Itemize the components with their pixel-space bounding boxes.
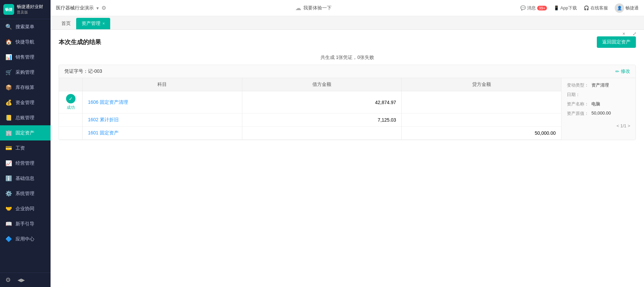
sidebar-item-ledger[interactable]: 📒 总账管理 xyxy=(0,110,51,125)
card-icon: 💳 xyxy=(5,145,12,151)
search-icon: 🔍 xyxy=(5,24,12,30)
sidebar-item-inventory[interactable]: 📦 库存核算 xyxy=(0,80,51,95)
sidebar-item-search[interactable]: 🔍 搜索菜单 xyxy=(0,19,51,34)
table-cell-credit-2 xyxy=(402,114,561,127)
sidebar-item-system[interactable]: ⚙️ 系统管理 xyxy=(0,186,51,201)
sidebar-nav: 🔍 搜索菜单 🏠 快捷导航 📊 销售管理 🛒 采购管理 📦 库存核算 💰 资金管… xyxy=(0,19,51,273)
pagination-prev[interactable]: < xyxy=(617,123,619,128)
voucher-number: 凭证字号：记-003 xyxy=(64,68,102,74)
success-indicator: ✓ 成功 xyxy=(59,91,83,114)
trial-text[interactable]: 我要体验一下 xyxy=(303,5,332,11)
panel-original-value: 资产原值： 50,000.00 xyxy=(567,110,630,117)
sidebar-item-app-center[interactable]: 🔷 应用中心 xyxy=(0,231,51,247)
table-cell-credit-1 xyxy=(402,91,561,114)
tab-asset-mgmt[interactable]: 资产管理 × xyxy=(76,18,110,29)
message-icon: 💬 xyxy=(520,5,526,10)
sidebar-item-purchase[interactable]: 🛒 采购管理 xyxy=(0,65,51,80)
tab-close-icon[interactable]: × xyxy=(102,21,105,26)
panel-pagination: < 1/1 > xyxy=(567,123,630,128)
page-header: 本次生成的结果 返回固定资产 xyxy=(59,36,636,48)
voucher-body: 科目 借方金额 贷方金额 ✓ 成功 1606 固定资产清理 42,874.97 xyxy=(59,78,636,140)
panel-asset-name: 资产名称： 电脑 xyxy=(567,101,630,107)
app-download-icon: 📱 xyxy=(554,5,559,10)
table-cell-debit-2: 7,125.03 xyxy=(242,114,402,127)
box-icon: 📦 xyxy=(5,84,12,91)
table-cell-debit-3 xyxy=(242,127,402,140)
chart-icon: 📊 xyxy=(5,54,12,60)
table-cell-credit-3: 50,000.00 xyxy=(402,127,561,140)
table-cell-account-1: 1606 固定资产清理 xyxy=(83,91,242,114)
main-area: 医疗器械行业演示 ▾ ⚙ ☁ 我要体验一下 💬 消息 99+ 📱 App下载 🎧… xyxy=(51,0,644,287)
sidebar-item-fixed-assets[interactable]: 🏢 固定资产 xyxy=(0,125,51,140)
logo-subtitle: 普及版 xyxy=(17,10,43,15)
voucher-card: 凭证字号：记-003 ✏ 修改 科目 借方金额 贷方金额 xyxy=(59,65,636,140)
table-header-credit: 贷方金额 xyxy=(402,78,561,91)
expand-button[interactable]: ⤢ xyxy=(631,30,639,38)
guide-icon: 📖 xyxy=(5,221,12,227)
sidebar-bottom: ⚙ ◀▶ xyxy=(0,273,51,287)
content-area: × ⤢ 本次生成的结果 返回固定资产 共生成 1张凭证，0张失败 凭证字号：记-… xyxy=(51,30,644,287)
user-button[interactable]: 👤 畅捷通 xyxy=(615,3,639,13)
book-icon: 📒 xyxy=(5,115,12,121)
table-header-subject: 科目 xyxy=(83,78,242,91)
sidebar-item-basic-info[interactable]: ℹ️ 基础信息 xyxy=(0,171,51,186)
table-row: 1601 固定资产 50,000.00 xyxy=(59,127,561,140)
change-type-label: 变动类型： xyxy=(567,82,589,88)
sidebar-item-quick-nav[interactable]: 🏠 快捷导航 xyxy=(0,34,51,50)
panel-date: 日期： xyxy=(567,92,630,98)
close-button[interactable]: × xyxy=(620,30,628,38)
trend-icon: 📈 xyxy=(5,160,12,166)
message-button[interactable]: 💬 消息 99+ xyxy=(520,5,547,11)
asset-name-value: 电脑 xyxy=(591,101,600,107)
success-circle: ✓ xyxy=(66,94,75,103)
table-cell-account-2: 1602 累计折旧 xyxy=(83,114,242,127)
voucher-header: 凭证字号：记-003 ✏ 修改 xyxy=(59,65,636,78)
table-header-debit: 借方金额 xyxy=(242,78,402,91)
asset-name-label: 资产名称： xyxy=(567,101,589,107)
online-service-button[interactable]: 🎧 在线客服 xyxy=(584,5,608,11)
username: 畅捷通 xyxy=(625,5,639,11)
change-type-value: 资产清理 xyxy=(591,82,609,88)
sidebar-item-guide[interactable]: 📖 新手引导 xyxy=(0,216,51,231)
summary-bar: 共生成 1张凭证，0张失败 xyxy=(59,55,636,61)
sidebar-item-sales[interactable]: 📊 销售管理 xyxy=(0,50,51,65)
topbar-center: ☁ 我要体验一下 xyxy=(295,4,332,12)
logo-icon: 畅捷 xyxy=(3,4,14,15)
table-row: ✓ 成功 1606 固定资产清理 42,874.97 xyxy=(59,91,561,114)
table-header-row: 科目 借方金额 贷方金额 xyxy=(59,78,561,91)
sidebar-toggle-icon[interactable]: ◀▶ xyxy=(18,277,25,283)
sidebar-item-finance[interactable]: 💰 资金管理 xyxy=(0,95,51,110)
message-badge: 99+ xyxy=(537,6,547,10)
tab-label: 资产管理 xyxy=(82,21,100,27)
pagination-next[interactable]: > xyxy=(627,123,630,128)
topbar: 医疗器械行业演示 ▾ ⚙ ☁ 我要体验一下 💬 消息 99+ 📱 App下载 🎧… xyxy=(51,0,644,16)
logo-title: 畅捷通好业财 xyxy=(17,4,43,10)
voucher-table-area: 科目 借方金额 贷方金额 ✓ 成功 1606 固定资产清理 42,874.97 xyxy=(59,78,561,140)
topbar-right: 💬 消息 99+ 📱 App下载 🎧 在线客服 👤 畅捷通 xyxy=(520,3,639,13)
message-label: 消息 xyxy=(527,5,536,11)
table-cell-debit-1: 42,874.97 xyxy=(242,91,402,114)
home-icon: 🏠 xyxy=(5,39,12,45)
tab-home[interactable]: 首页 xyxy=(56,18,76,29)
success-label: 成功 xyxy=(67,105,75,110)
edit-button[interactable]: ✏ 修改 xyxy=(615,68,630,74)
sidebar-item-enterprise[interactable]: 🤝 企业协同 xyxy=(0,201,51,216)
return-fixed-assets-button[interactable]: 返回固定资产 xyxy=(597,36,636,48)
app-download-button[interactable]: 📱 App下载 xyxy=(554,5,577,11)
company-dropdown-icon[interactable]: ▾ xyxy=(96,5,99,11)
panel-change-type: 变动类型： 资产清理 xyxy=(567,82,630,88)
row3-indicator xyxy=(59,127,83,140)
pagination-info: 1/1 xyxy=(620,123,628,128)
cart-icon: 🛒 xyxy=(5,69,12,75)
page-title: 本次生成的结果 xyxy=(59,38,101,46)
building-icon: 🏢 xyxy=(5,130,12,136)
sidebar-settings-icon[interactable]: ⚙ xyxy=(5,276,11,284)
topbar-settings-icon[interactable]: ⚙ xyxy=(101,5,106,11)
sidebar: 畅捷 畅捷通好业财 普及版 🔍 搜索菜单 🏠 快捷导航 📊 销售管理 🛒 采购管… xyxy=(0,0,51,287)
sidebar-item-payroll[interactable]: 💳 工资 xyxy=(0,140,51,156)
date-label: 日期： xyxy=(567,92,580,98)
table-row: 1602 累计折旧 7,125.03 xyxy=(59,114,561,127)
handshake-icon: 🤝 xyxy=(5,205,12,212)
sidebar-item-operations[interactable]: 📈 经营管理 xyxy=(0,156,51,171)
gear-icon: ⚙️ xyxy=(5,190,12,197)
